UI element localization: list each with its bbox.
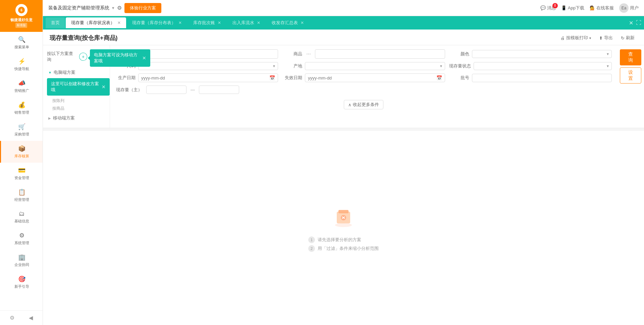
tooltip-create-scheme: 这里可以创建和修改方案哦 ✕ — [47, 78, 110, 96]
stock-status-select[interactable]: ▾ — [474, 62, 612, 70]
pc-scheme-label: 电脑端方案 — [54, 69, 75, 75]
expire-date-input[interactable] — [308, 75, 435, 80]
sidebar-item-label: 库存核算 — [14, 154, 29, 159]
tooltip2-text: 这里可以创建和修改方案哦 — [51, 81, 99, 93]
sidebar-item-guide[interactable]: 🎯 新手引导 — [0, 271, 43, 293]
collapse-sidebar-btn[interactable]: ◀ — [29, 315, 33, 321]
origin-select-arrow: ▾ — [440, 64, 442, 68]
refresh-button[interactable]: ↻ 刷新 — [618, 34, 637, 42]
industry-solution-button[interactable]: 体验行业方案 — [124, 3, 161, 13]
pc-item-product[interactable]: 按商品 — [43, 105, 110, 112]
tab-inventory-dist-close[interactable]: ✕ — [178, 20, 182, 25]
tab-home[interactable]: 首页 — [46, 17, 65, 28]
collapse-button[interactable]: ∧ 收起更多条件 — [344, 100, 383, 109]
svg-point-2 — [335, 223, 352, 227]
top-header: 装备及固定资产辅助管理系统 ▾ ⚙ 体验行业方案 💬 消息 8 📱 App下载 … — [43, 0, 644, 16]
color-select[interactable]: ▾ — [472, 50, 612, 58]
hint-text-1: 请先选择要分析的方案 — [318, 235, 361, 244]
color-field: 颜色 ▾ — [449, 50, 612, 58]
production-date-calendar-icon[interactable]: 📅 — [269, 75, 275, 80]
sidebar-item-search[interactable]: 🔍 搜索菜单 — [0, 32, 43, 54]
tab-receive-summary[interactable]: 收发存汇总表 ✕ — [266, 17, 309, 28]
search-button[interactable]: 查询 — [620, 49, 641, 65]
header-settings-icon[interactable]: ⚙ — [117, 5, 122, 11]
production-date-input-wrap[interactable]: 📅 — [138, 73, 278, 82]
tab-inventory-batch-close[interactable]: ✕ — [218, 20, 221, 25]
print-button[interactable]: 🖨 按模板打印 ▾ — [558, 34, 594, 42]
filter-scheme-panel: 按以下方案查询 + ✎ ← 电脑方案可设为移动方案哦 ✕ — [43, 45, 110, 128]
collapse-chevron-icon: ∧ — [348, 102, 352, 107]
pc-item-chenlie[interactable]: 按陈列 — [43, 97, 110, 105]
user-avatar: Ea — [619, 3, 629, 13]
product-field: 商品 ··· — [282, 49, 445, 59]
user-label: 用户 — [630, 5, 639, 11]
tooltip-text: 电脑方案可设为移动方案哦 — [94, 52, 140, 64]
sidebar-item-operation[interactable]: 📋 经营管理 — [0, 184, 43, 206]
tooltip-close-btn[interactable]: ✕ — [142, 55, 146, 61]
purchase-icon: 🛒 — [18, 123, 25, 130]
expire-date-field: 失效日期 📅 — [282, 73, 445, 82]
page-content: 现存量查询(按仓库+商品) 🖨 按模板打印 ▾ ⬆ 导出 ↻ 刷新 — [43, 30, 644, 325]
online-service-item[interactable]: 💁 在线客服 — [590, 5, 614, 11]
stock-min-input[interactable] — [146, 86, 186, 94]
app-download-label: App下载 — [568, 5, 584, 11]
user-item[interactable]: Ea 用户 — [619, 3, 639, 13]
fullscreen-btn[interactable]: ⛶ — [636, 20, 641, 26]
sidebar-item-sales[interactable]: 💰 销售管理 — [0, 97, 43, 119]
page-actions: 🖨 按模板打印 ▾ ⬆ 导出 ↻ 刷新 — [558, 34, 637, 42]
size-select[interactable]: ▾ — [138, 62, 278, 70]
warehouse-input[interactable] — [148, 49, 278, 59]
phone-icon: 📱 — [561, 5, 567, 10]
app-download-item[interactable]: 📱 App下载 — [561, 5, 584, 11]
sidebar-item-enterprise[interactable]: 🏢 企业协同 — [0, 250, 43, 271]
collapse-label: 收起更多条件 — [353, 102, 379, 108]
pc-scheme-arrow: ▼ — [48, 71, 52, 74]
pc-scheme-group[interactable]: ▼ 电脑端方案 — [43, 68, 110, 77]
mobile-scheme-label: 移动端方案 — [53, 115, 75, 121]
logo-text: 畅捷通好生意 — [10, 17, 33, 22]
refresh-label: 刷新 — [626, 35, 635, 41]
product-dots[interactable]: ··· — [305, 51, 312, 57]
mobile-scheme-group[interactable]: ▶ 移动端方案 — [43, 114, 110, 122]
sidebar-item-finance[interactable]: 💳 资金管理 — [0, 163, 43, 184]
empty-state-icon — [330, 203, 357, 230]
product-input[interactable] — [315, 49, 445, 59]
export-button[interactable]: ⬆ 导出 — [596, 34, 615, 42]
production-date-field: 生产日期 📅 — [115, 73, 278, 82]
tab-receive-summary-close[interactable]: ✕ — [301, 20, 304, 25]
tab-inventory-status[interactable]: 现存量（库存状况表） ✕ — [66, 17, 126, 28]
notice-item[interactable]: 💬 消息 8 — [540, 5, 556, 11]
tab-inventory-batch-label: 库存批次账 — [193, 20, 215, 26]
tab-inventory-batch[interactable]: 库存批次账 ✕ — [188, 17, 226, 28]
stock-max-input[interactable] — [199, 86, 239, 94]
sidebar-item-system[interactable]: ⚙ 系统管理 — [0, 228, 43, 250]
origin-select[interactable]: ▾ — [305, 62, 445, 70]
tab-inout-flow[interactable]: 出入库流水 ✕ — [227, 17, 266, 28]
add-scheme-btn[interactable]: + — [79, 53, 87, 61]
sidebar-item-marketing[interactable]: 📣 营销推广 — [0, 75, 43, 97]
system-dropdown-icon[interactable]: ▾ — [112, 5, 114, 10]
tab-inout-flow-close[interactable]: ✕ — [257, 20, 260, 25]
expire-date-input-wrap[interactable]: 📅 — [305, 73, 445, 82]
sidebar-item-baseinfo[interactable]: 🗂 基础信息 — [0, 206, 43, 228]
batch-input[interactable] — [472, 74, 612, 82]
print-icon: 🖨 — [560, 36, 565, 41]
close-all-tabs-btn[interactable]: ✕ — [629, 20, 633, 26]
sidebar-menu: 🔍 搜索菜单 ⚡ 快捷导航 📣 营销推广 💰 销售管理 🛒 采购管理 📦 库存核… — [0, 32, 43, 310]
sidebar-item-label: 采购管理 — [14, 132, 29, 137]
mobile-scheme-arrow: ▶ — [48, 116, 51, 120]
tab-inventory-status-close[interactable]: ✕ — [117, 20, 121, 25]
production-date-input[interactable] — [141, 75, 268, 80]
sidebar-item-purchase[interactable]: 🛒 采购管理 — [0, 119, 43, 141]
tab-home-label: 首页 — [51, 20, 60, 26]
system-icon: ⚙ — [19, 232, 24, 239]
tooltip2-close-btn[interactable]: ✕ — [102, 84, 106, 90]
settings-footer-btn[interactable]: ⚙ — [10, 315, 14, 321]
tab-inventory-dist[interactable]: 现存量（库存分布表） ✕ — [127, 17, 187, 28]
sidebar-logo: 6 畅捷通好生意 标准版 — [0, 0, 43, 32]
sidebar-item-inventory[interactable]: 📦 库存核算 — [0, 141, 43, 163]
expire-date-calendar-icon[interactable]: 📅 — [436, 75, 442, 80]
export-icon: ⬆ — [599, 36, 603, 41]
sidebar-item-quicknav[interactable]: ⚡ 快捷导航 — [0, 54, 43, 75]
reset-button[interactable]: 设置 — [620, 67, 641, 84]
